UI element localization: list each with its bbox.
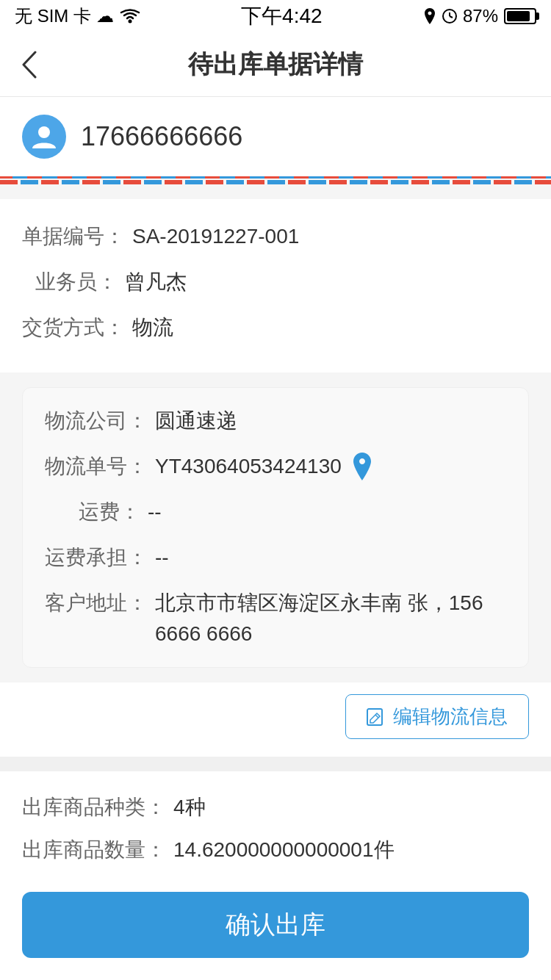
dashed-divider — [0, 180, 551, 184]
logistics-company-label: 物流公司： — [45, 406, 148, 436]
product-quantity-value: 14.620000000000001件 — [173, 836, 395, 864]
delivery-value: 物流 — [132, 312, 529, 343]
logistics-bearer-value: -- — [155, 542, 506, 573]
logistics-freight-row: 运费： -- — [45, 497, 506, 527]
product-quantity-row: 出库商品数量： 14.620000000000001件 — [22, 836, 529, 864]
product-types-row: 出库商品种类： 4种 — [22, 793, 529, 821]
logistics-address-value: 北京市市辖区海淀区永丰南 张，156 6666 6666 — [155, 588, 506, 649]
user-phone: 17666666666 — [81, 121, 242, 152]
logistics-address-row: 客户地址： 北京市市辖区海淀区永丰南 张，156 6666 6666 — [45, 588, 506, 649]
confirm-btn-label: 确认出库 — [226, 908, 325, 942]
logistics-freight-value: -- — [148, 497, 506, 527]
back-button[interactable] — [21, 51, 37, 79]
svg-line-6 — [375, 715, 378, 718]
user-header: 17666666666 — [0, 97, 551, 179]
order-info-section: 单据编号： SA-20191227-001 业务员： 曾凡杰 交货方式： 物流 — [0, 199, 551, 372]
logistics-tracking-label: 物流单号： — [45, 451, 148, 482]
status-right: 87% — [423, 6, 536, 26]
edit-btn-label: 编辑物流信息 — [393, 704, 508, 729]
logistics-freight-label: 运费： — [45, 497, 140, 527]
svg-point-4 — [38, 126, 50, 138]
status-bar: 无 SIM 卡 ☁ 下午4:42 87% — [0, 0, 551, 32]
logistics-bearer-row: 运费承担： -- — [45, 542, 506, 573]
sim-status: 无 SIM 卡 ☁ — [15, 4, 114, 28]
logistics-card: 物流公司： 圆通速递 物流单号： YT43064053424130 运费： --… — [22, 387, 529, 668]
salesman-value: 曾凡杰 — [125, 267, 529, 298]
status-left: 无 SIM 卡 ☁ — [15, 4, 140, 28]
avatar — [22, 115, 66, 159]
battery-percent: 87% — [463, 6, 498, 26]
salesman-label: 业务员： — [22, 267, 118, 298]
delivery-label: 交货方式： — [22, 312, 125, 343]
order-no-label: 单据编号： — [22, 221, 125, 252]
logistics-company-row: 物流公司： 圆通速递 — [45, 406, 506, 436]
product-types-label: 出库商品种类： — [22, 793, 166, 821]
product-types-value: 4种 — [173, 793, 206, 821]
confirm-button[interactable]: 确认出库 — [22, 892, 529, 958]
logistics-address-label: 客户地址： — [45, 588, 148, 619]
clock-icon — [442, 9, 457, 24]
logistics-company-value: 圆通速递 — [155, 406, 506, 436]
location-active-icon — [423, 8, 436, 24]
order-no-row: 单据编号： SA-20191227-001 — [22, 221, 529, 252]
logistics-tracking-row: 物流单号： YT43064053424130 — [45, 451, 506, 482]
edit-logistics-button[interactable]: 编辑物流信息 — [345, 694, 529, 739]
product-section: 出库商品种类： 4种 出库商品数量： 14.620000000000001件 — [0, 771, 551, 893]
page-title: 待出库单据详情 — [188, 48, 363, 82]
svg-point-0 — [128, 20, 132, 24]
salesman-row: 业务员： 曾凡杰 — [22, 267, 529, 298]
wifi-icon — [120, 9, 140, 24]
svg-line-3 — [450, 16, 453, 18]
battery-icon — [504, 8, 536, 24]
logistics-bearer-label: 运费承担： — [45, 542, 148, 573]
confirm-btn-wrapper: 确认出库 — [0, 877, 551, 980]
section-separator-1 — [0, 757, 551, 771]
person-icon — [31, 123, 57, 150]
map-pin-icon[interactable] — [350, 453, 374, 480]
edit-icon — [367, 707, 386, 727]
order-no-value: SA-20191227-001 — [132, 221, 529, 252]
logistics-tracking-value: YT43064053424130 — [155, 451, 506, 482]
status-time: 下午4:42 — [241, 2, 323, 30]
edit-btn-container: 编辑物流信息 — [0, 682, 551, 757]
nav-bar: 待出库单据详情 — [0, 32, 551, 97]
delivery-row: 交货方式： 物流 — [22, 312, 529, 343]
product-quantity-label: 出库商品数量： — [22, 836, 166, 864]
